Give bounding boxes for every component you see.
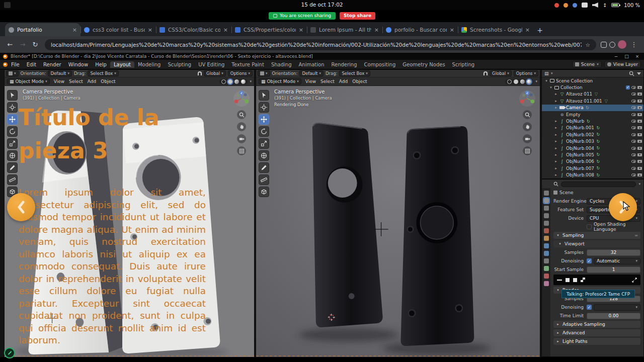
disable-render-toggle[interactable] [637, 153, 642, 156]
workspace-animation[interactable]: Animation [295, 61, 328, 68]
transform-tool-button[interactable] [259, 150, 269, 161]
adaptive-sampling-header[interactable]: ▸ Adaptive Sampling [553, 321, 640, 328]
denoiser-dropdown[interactable]: Automatic▾ [594, 258, 640, 264]
solid-shading-button[interactable] [514, 79, 518, 84]
cursor-tool-button[interactable] [259, 102, 269, 113]
chevron-down-icon[interactable]: ▾ [535, 79, 537, 83]
disable-render-toggle[interactable] [637, 147, 642, 150]
clock[interactable]: 15 de oct 17:02 [301, 2, 343, 8]
properties-search-input[interactable] [561, 182, 636, 187]
hide-viewport-toggle[interactable] [631, 153, 636, 156]
disable-render-toggle[interactable] [637, 126, 642, 129]
select-box-tool-button[interactable] [7, 90, 18, 101]
drag-dropdown[interactable]: Select Box▾ [339, 70, 370, 76]
menu-window[interactable]: Window [65, 62, 92, 67]
view-layer-selector[interactable]: View Layer [604, 61, 641, 68]
breadcrumb-scene[interactable]: Scene [559, 190, 573, 195]
back-button[interactable]: ← [5, 41, 15, 48]
material-shading-button[interactable] [520, 79, 525, 84]
sampling-section-header[interactable]: ▾ Sampling ≡ [553, 232, 640, 239]
app-indicator-icon[interactable] [573, 3, 577, 8]
editor-type-icon[interactable]: ▤ [544, 71, 548, 76]
workspace-layout[interactable]: Layout [110, 61, 134, 68]
tab-scene[interactable] [544, 221, 549, 226]
webcam-indicator-icon[interactable] [564, 3, 568, 8]
disable-render-toggle[interactable] [637, 160, 642, 163]
volume-icon[interactable] [592, 3, 598, 8]
outliner-row-empty[interactable]: ⊕ Empty [542, 111, 643, 118]
keyboard-layout-icon[interactable] [582, 3, 588, 8]
disable-render-toggle[interactable] [637, 113, 642, 116]
hide-viewport-toggle[interactable] [631, 133, 636, 136]
wireframe-shading-button[interactable] [507, 79, 512, 84]
tab-close-icon[interactable]: × [72, 27, 77, 33]
wireframe-shading-button[interactable] [221, 79, 226, 84]
hide-viewport-toggle[interactable] [631, 147, 636, 150]
passes-preview-strip[interactable] [553, 275, 640, 285]
transform-orientation-dropdown[interactable]: Global▾ [204, 70, 226, 76]
outliner-row-altavoz-011[interactable]: ▸▽ Altavoz 011 ▽ [542, 91, 643, 98]
outliner-row-objnurb-001[interactable]: ▸∫ ObjNurb.001 ↻ [542, 125, 643, 131]
add-cube-tool-button[interactable] [259, 187, 269, 197]
move-tool-button[interactable] [7, 114, 18, 125]
menu-add[interactable]: Add [87, 79, 97, 84]
tab-view-layer[interactable] [544, 213, 549, 218]
menu-object[interactable]: Object [352, 79, 367, 84]
material-shading-button[interactable] [234, 79, 239, 84]
toggle-ortho-button[interactable] [523, 146, 532, 155]
outliner-row-camera[interactable]: ▸ Camera ↻ [542, 105, 643, 111]
blender-menu-logo-icon[interactable] [3, 62, 8, 67]
active-tool-widget[interactable]: ▾ [6, 70, 19, 76]
pass-grid-icon[interactable] [581, 278, 585, 282]
filter-dropdown-icon[interactable]: ▾ [638, 182, 640, 186]
workspace-shading[interactable]: Shading [268, 61, 295, 68]
transform-orientation-dropdown[interactable]: Global▾ [490, 70, 512, 76]
workspace-sculpting[interactable]: Sculpting [164, 61, 195, 68]
outliner-row-altavoz-011-001[interactable]: ▸▽ Altavoz 011.001 ▽ [542, 98, 643, 104]
disable-render-toggle[interactable] [637, 120, 642, 123]
tab-css-properties-color[interactable]: CSS/Properties/color/ke × [231, 23, 307, 36]
hide-viewport-toggle[interactable] [631, 160, 636, 163]
annotation-tool-button[interactable] [4, 347, 15, 358]
active-tool-widget[interactable]: ▾ [258, 70, 270, 76]
disable-render-toggle[interactable] [637, 173, 642, 176]
workspace-modeling[interactable]: Modeling [134, 61, 165, 68]
workspace-compositing[interactable]: Compositing [361, 61, 399, 68]
window-list-icon[interactable] [4, 2, 11, 8]
toggle-ortho-button[interactable] [237, 146, 246, 155]
render-denoiser-dropdown[interactable]: ▾ [594, 304, 640, 311]
start-sample-field[interactable]: 1 [587, 266, 640, 273]
tab-texture[interactable] [544, 281, 549, 286]
navigation-gizmo[interactable]: Z [519, 90, 536, 107]
viewport-samples-field[interactable]: 32 [587, 249, 640, 256]
menu-object[interactable]: Object [100, 79, 116, 84]
mode-dropdown[interactable]: ▦Object Mode▾ [259, 78, 301, 84]
transform-tool-button[interactable] [7, 150, 18, 161]
annotate-tool-button[interactable] [259, 162, 269, 173]
tab-screenshots-drive[interactable]: Screenshots - Google Dri × [458, 23, 533, 36]
snap-magnet-icon[interactable] [484, 71, 488, 75]
drag-dropdown[interactable]: Select Box▾ [88, 70, 118, 76]
outliner-row-scene-collection[interactable]: ▾ Scene Collection [542, 77, 643, 84]
zoom-button[interactable] [237, 110, 246, 119]
tab-constraints[interactable] [544, 258, 549, 263]
outliner-row-collection[interactable]: ▾ Collection ✓ [542, 84, 643, 90]
minimize-button[interactable]: − [612, 54, 620, 59]
hide-viewport-toggle[interactable] [631, 100, 636, 103]
tab-render[interactable] [544, 198, 549, 203]
tab-output[interactable] [544, 206, 549, 211]
rendered-shading-button[interactable] [241, 79, 246, 84]
menu-select[interactable]: Select [68, 79, 84, 84]
viewport-canvas-left[interactable]: Camera Perspective (391) | Collection | … [5, 86, 254, 357]
network-icon[interactable]: ↕ [603, 3, 607, 8]
profile-avatar[interactable] [618, 40, 626, 49]
tab-object[interactable] [544, 236, 549, 241]
rotate-tool-button[interactable] [259, 126, 269, 137]
solid-shading-button[interactable] [228, 79, 232, 84]
expand-icon[interactable] [632, 278, 637, 283]
options-dropdown[interactable]: Options▾ [514, 70, 538, 76]
move-tool-button[interactable] [259, 114, 269, 125]
hide-viewport-toggle[interactable] [631, 126, 636, 129]
workspace-uv-editing[interactable]: UV Editing [195, 61, 228, 68]
hide-viewport-toggle[interactable] [631, 140, 636, 143]
